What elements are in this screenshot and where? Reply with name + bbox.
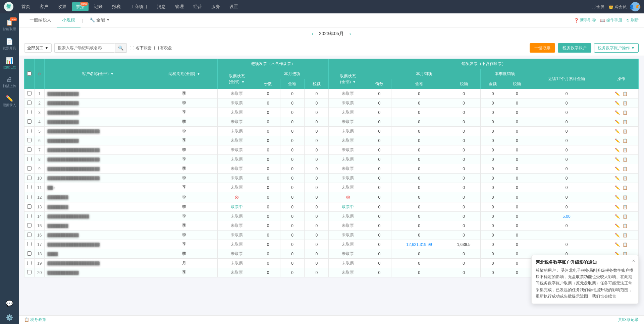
select-all-checkbox[interactable]	[27, 71, 32, 76]
edit-btn[interactable]: ✏️	[615, 195, 620, 200]
nav-invoice[interactable]: 票据 new	[72, 2, 89, 11]
edit-btn[interactable]: ✏️	[615, 176, 620, 181]
edit-btn[interactable]: ✏️	[615, 138, 620, 143]
row-select-checkbox[interactable]	[27, 185, 32, 189]
sidebar-item-settings[interactable]: ⚙️	[0, 311, 19, 324]
next-month-btn[interactable]: ›	[348, 31, 352, 37]
tax-digital-ops-btn[interactable]: 税务数字账户操作 ▼	[594, 43, 639, 53]
row-checkbox[interactable]	[24, 202, 35, 212]
row-select-checkbox[interactable]	[27, 119, 32, 124]
nav-manage[interactable]: 管理	[171, 2, 188, 11]
edit-btn[interactable]: ✏️	[615, 91, 620, 96]
nav-settings[interactable]: 设置	[225, 2, 242, 11]
subledger-filter[interactable]: 名下账套	[130, 45, 152, 51]
nav-operation[interactable]: 经营	[189, 2, 206, 11]
row-select-checkbox[interactable]	[27, 110, 32, 114]
sidebar-item-invoice-entry[interactable]: ✏️ 票据录入	[0, 92, 19, 110]
row-checkbox[interactable]	[24, 249, 35, 259]
row-checkbox[interactable]	[24, 136, 35, 145]
sidebar-item-scan-upload[interactable]: 🖨 扫描上传	[0, 73, 19, 91]
copy-btn[interactable]: 📋	[623, 176, 628, 181]
tax-policy-link[interactable]: 📋 税务政策	[24, 317, 46, 323]
edit-btn[interactable]: ✏️	[615, 148, 620, 152]
row-checkbox[interactable]	[24, 155, 35, 164]
row-checkbox[interactable]	[24, 212, 35, 221]
copy-btn[interactable]: 📋	[623, 167, 628, 171]
nav-service[interactable]: 服务	[207, 2, 224, 11]
copy-btn[interactable]: 📋	[623, 138, 628, 143]
copy-btn[interactable]: 📋	[623, 214, 628, 219]
row-checkbox[interactable]	[24, 99, 35, 108]
row-select-checkbox[interactable]	[27, 204, 32, 209]
row-checkbox[interactable]	[24, 117, 35, 127]
tax-disk-checkbox[interactable]	[154, 46, 159, 50]
row-checkbox[interactable]	[24, 174, 35, 183]
edit-btn[interactable]: ✏️	[615, 205, 620, 209]
gear-icon[interactable]: ⚙	[38, 72, 41, 76]
copy-btn[interactable]: 📋	[623, 101, 628, 106]
tab-general-taxpayer[interactable]: 一般纳税人	[24, 13, 57, 27]
row-select-checkbox[interactable]	[27, 147, 32, 152]
row-select-checkbox[interactable]	[27, 129, 32, 133]
copy-btn[interactable]: 📋	[623, 205, 628, 209]
row-checkbox[interactable]	[24, 259, 35, 268]
edit-btn[interactable]: ✏️	[615, 129, 620, 134]
row-select-checkbox[interactable]	[27, 214, 32, 218]
user-avatar[interactable]: 👤 tEa	[631, 2, 640, 11]
copy-btn[interactable]: 📋	[623, 195, 628, 200]
row-select-checkbox[interactable]	[27, 195, 32, 199]
filter-icon[interactable]: ▼	[241, 80, 245, 84]
row-checkbox[interactable]	[24, 127, 35, 136]
copy-btn[interactable]: 📋	[623, 148, 628, 152]
edit-btn[interactable]: ✏️	[615, 167, 620, 171]
tab-all-round[interactable]: 🔧 全能 ▼	[84, 13, 115, 27]
edit-btn[interactable]: ✏️	[615, 120, 620, 124]
row-checkbox[interactable]	[24, 164, 35, 174]
row-select-checkbox[interactable]	[27, 157, 32, 161]
manual-btn[interactable]: 📖 操作手册	[600, 17, 622, 23]
edit-btn[interactable]: ✏️	[615, 101, 620, 106]
row-checkbox[interactable]	[24, 192, 35, 202]
member-btn[interactable]: 👑 购会员	[608, 4, 627, 10]
row-checkbox[interactable]	[24, 231, 35, 240]
copy-btn[interactable]: 📋	[623, 110, 628, 115]
fullscreen-btn[interactable]: ⛶ 全屏	[591, 4, 604, 10]
nav-bookkeeping[interactable]: 记账	[90, 2, 107, 11]
edit-btn[interactable]: ✏️	[615, 223, 620, 228]
sidebar-item-message[interactable]: 💬	[0, 297, 19, 310]
row-select-checkbox[interactable]	[27, 176, 32, 180]
copy-btn[interactable]: 📋	[623, 157, 628, 162]
nav-home[interactable]: 首页	[17, 2, 34, 11]
refresh-btn[interactable]: ↻ 刷新	[626, 17, 639, 23]
row-checkbox[interactable]	[24, 108, 35, 117]
edit-btn[interactable]: ✏️	[615, 233, 620, 238]
copy-btn[interactable]: 📋	[623, 129, 628, 134]
copy-btn[interactable]: 📋	[623, 91, 628, 96]
notification-close-btn[interactable]: ×	[632, 258, 635, 263]
sidebar-item-smart-ticket[interactable]: 📋 智能取票 new	[0, 16, 19, 34]
nav-message[interactable]: 消息	[153, 2, 170, 11]
nav-tax[interactable]: 报税	[108, 2, 125, 11]
employee-select[interactable]: 全部员工 ▼	[24, 43, 52, 53]
nav-business[interactable]: 工商项目	[126, 2, 152, 11]
edit-btn[interactable]: ✏️	[615, 157, 620, 162]
filter-icon[interactable]: ▼	[110, 72, 114, 76]
new-guide-btn[interactable]: ❓ 新手引导	[574, 17, 596, 23]
tab-small-scale[interactable]: 小规模	[57, 13, 80, 27]
row-select-checkbox[interactable]	[27, 242, 32, 246]
one-click-ticket-btn[interactable]: 一键取票	[530, 43, 555, 53]
copy-btn[interactable]: 📋	[623, 185, 628, 190]
row-select-checkbox[interactable]	[27, 223, 32, 228]
copy-btn[interactable]: 📋	[623, 223, 628, 228]
edit-btn[interactable]: ✏️	[615, 214, 620, 219]
edit-btn[interactable]: ✏️	[615, 185, 620, 190]
row-select-checkbox[interactable]	[27, 91, 32, 95]
row-select-checkbox[interactable]	[27, 233, 32, 237]
tax-digital-account-btn[interactable]: 税务数字账户	[558, 43, 591, 53]
row-checkbox[interactable]	[24, 183, 35, 192]
nav-customer[interactable]: 客户	[36, 2, 52, 11]
row-select-checkbox[interactable]	[27, 270, 32, 274]
filter-icon[interactable]: ▼	[197, 72, 200, 76]
row-checkbox[interactable]	[24, 268, 35, 277]
row-checkbox[interactable]	[24, 89, 35, 99]
